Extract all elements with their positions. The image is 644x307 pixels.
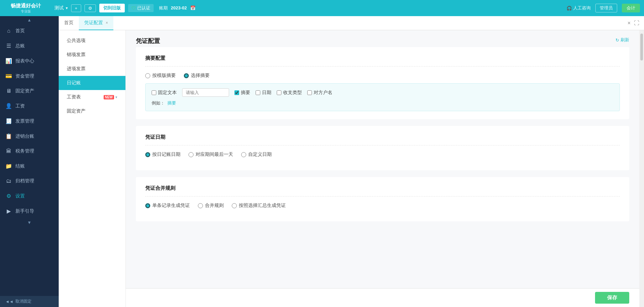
sidebar-item-home[interactable]: ⌂ 首页	[0, 24, 59, 38]
sidebar-item-settings[interactable]: ⚙ 设置	[0, 188, 59, 204]
left-nav-public[interactable]: 公共选项	[59, 34, 125, 48]
voucher-date-radio-group: 按日记账日期 对应期间最后一天 自定义日期	[145, 151, 620, 158]
certified-badge: 🛡 已认证	[128, 4, 154, 12]
sidebar-label-settings: 设置	[15, 193, 25, 199]
checkbox-counterpart[interactable]: 对方户名	[307, 90, 332, 96]
headset-icon: 🎧	[567, 6, 572, 11]
chevron-down-icon: ▾	[115, 95, 117, 99]
settle-icon: 📁	[5, 163, 12, 169]
sidebar-item-wages[interactable]: 👤 工资	[0, 98, 59, 114]
voucher-date-section: 凭证日期 按日记账日期 对应期间最后一天	[136, 126, 629, 170]
sidebar-label-settle: 结账	[15, 163, 25, 169]
logo-title: 畅捷通好会计	[11, 3, 41, 9]
checkbox-date[interactable]: 日期	[256, 90, 271, 96]
close-window-button[interactable]: ×	[628, 20, 631, 26]
left-nav-journal[interactable]: 日记账	[59, 76, 125, 90]
sidebar-label-assets: 固定资产	[15, 88, 34, 94]
sidebar-item-settle[interactable]: 📁 结账	[0, 159, 59, 174]
sidebar-label-ledger: 总账	[15, 43, 25, 49]
right-scrollbar[interactable]	[639, 30, 644, 307]
summary-config-row: 固定文本 摘要	[152, 88, 613, 97]
user-button[interactable]: 管理员	[595, 4, 617, 12]
period-label: 账期 2023-02 📅	[159, 5, 196, 11]
summary-radio-group: 按模版摘要 选择摘要	[145, 73, 620, 79]
wages-icon: 👤	[5, 103, 12, 109]
left-nav-purchase-invoice[interactable]: 进项发票	[59, 62, 125, 76]
summary-config-box: 固定文本 摘要	[145, 83, 620, 111]
example-text: 例如： 摘要	[152, 100, 613, 106]
sidebar-label-wages: 工资	[15, 103, 25, 109]
sidebar-label-archive: 归档管理	[15, 178, 34, 184]
tab-home[interactable]: 首页	[59, 16, 79, 30]
checkbox-payment-type[interactable]: 收支类型	[277, 90, 302, 96]
sidebar-item-sales-purchase[interactable]: 📋 进销台账	[0, 129, 59, 144]
save-button[interactable]: 保存	[595, 292, 629, 304]
sidebar-item-tax[interactable]: 🏛 税务管理	[0, 144, 59, 159]
radio-merge-rule[interactable]: 合并规则	[198, 203, 224, 209]
left-nav-payroll[interactable]: 工资表 NEW ▾	[59, 90, 125, 104]
cancel-fixed-button[interactable]: ◄◄ 取消固定	[0, 296, 59, 307]
bottom-bar: 保存	[126, 288, 639, 307]
new-badge: NEW	[104, 95, 114, 99]
sidebar-label-invoice: 发票管理	[15, 118, 34, 124]
radio-summary-gen[interactable]: 按照选择汇总生成凭证	[232, 203, 286, 209]
tab-close-icon[interactable]: ×	[106, 20, 108, 25]
sidebar-item-newbie[interactable]: ▶ 新手引导	[0, 204, 59, 219]
switch-old-button[interactable]: 切到旧版	[99, 4, 125, 12]
pin-icon: ◄◄	[5, 299, 13, 304]
radio-template-summary[interactable]: 按模版摘要	[145, 73, 176, 79]
role-button[interactable]: 会计	[622, 4, 640, 12]
left-nav: 公共选项 销项发票 进项发票 日记账 工资表 NEW ▾ 固定资产	[59, 30, 126, 307]
refresh-icon: ↻	[615, 38, 619, 43]
assets-icon: 🖥	[5, 88, 12, 94]
sidebar-label-reports: 报表中心	[15, 58, 34, 64]
main-content: 凭证配置 ↻ 刷新 摘要配置	[126, 30, 639, 288]
logo-subtitle: 专业版	[21, 9, 31, 14]
checkbox-summary[interactable]: 摘要	[234, 90, 250, 96]
settings-button[interactable]: ⚙	[85, 4, 96, 12]
add-button[interactable]: +	[71, 4, 81, 12]
dropdown-icon: ▾	[66, 6, 68, 10]
checkbox-fixed-text[interactable]: 固定文本	[152, 90, 177, 96]
refresh-button[interactable]: ↻ 刷新	[615, 37, 629, 43]
sidebar-scroll-down[interactable]: ▼	[0, 219, 59, 226]
project-name[interactable]: 测试 ▾	[54, 5, 68, 11]
merge-rules-title: 凭证合并规则	[145, 185, 620, 196]
left-nav-fixed-assets[interactable]: 固定资产	[59, 104, 125, 118]
tab-voucher-config[interactable]: 凭证配置 ×	[79, 16, 113, 30]
radio-single-record[interactable]: 单条记录生成凭证	[145, 203, 190, 209]
tab-actions: × ⛶	[628, 20, 644, 26]
funds-icon: 💳	[5, 73, 12, 79]
calendar-icon[interactable]: 📅	[190, 5, 196, 10]
sidebar-label-sales-purchase: 进销台账	[15, 133, 34, 139]
fixed-text-input[interactable]	[182, 88, 229, 97]
sales-purchase-icon: 📋	[5, 133, 12, 139]
voucher-date-title: 凭证日期	[145, 134, 620, 145]
sidebar-item-invoice[interactable]: 🧾 发票管理	[0, 114, 59, 129]
radio-daily-date[interactable]: 按日记账日期	[145, 151, 180, 158]
radio-period-last-date[interactable]: 对应期间最后一天	[189, 151, 233, 158]
radio-select-summary[interactable]: 选择摘要	[184, 73, 210, 79]
newbie-icon: ▶	[5, 208, 12, 214]
summary-section-title: 摘要配置	[145, 55, 620, 67]
shield-icon: 🛡	[131, 6, 136, 11]
fullscreen-button[interactable]: ⛶	[634, 20, 639, 26]
sidebar-item-ledger[interactable]: ☰ 总账	[0, 38, 59, 53]
consult-button[interactable]: 🎧 人工咨询	[567, 5, 591, 11]
summary-config-section: 摘要配置 按模版摘要 选择摘要	[136, 47, 629, 119]
sidebar-item-funds[interactable]: 💳 资金管理	[0, 69, 59, 84]
invoice-icon: 🧾	[5, 118, 12, 124]
sidebar-scroll-up[interactable]: ▲	[0, 16, 59, 24]
logo: 畅捷通好会计 专业版	[4, 3, 48, 14]
radio-custom-date[interactable]: 自定义日期	[241, 151, 272, 158]
scrollbar-thumb	[640, 34, 643, 60]
home-icon: ⌂	[5, 28, 12, 34]
left-nav-sales-invoice[interactable]: 销项发票	[59, 48, 125, 62]
sidebar-item-assets[interactable]: 🖥 固定资产	[0, 84, 59, 98]
settings-icon: ⚙	[5, 193, 12, 199]
sidebar-item-reports[interactable]: 📊 报表中心	[0, 53, 59, 69]
sidebar-label-newbie: 新手引导	[15, 208, 34, 214]
merge-rules-radio-group: 单条记录生成凭证 合并规则 按照选择汇总生成凭证	[145, 203, 620, 209]
sidebar-item-archive[interactable]: 🗂 归档管理	[0, 174, 59, 188]
sidebar-label-tax: 税务管理	[15, 148, 34, 154]
